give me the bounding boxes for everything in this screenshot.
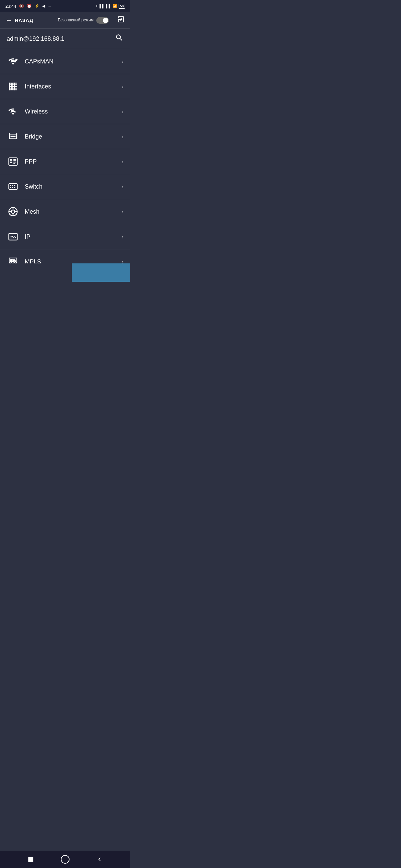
bridge-arrow-icon: › [122,133,124,140]
wireless-icon [7,105,19,118]
dots-icon: ··· [48,4,51,8]
mute-icon: 🔇 [19,4,24,8]
menu-item-mesh[interactable]: Mesh › [0,199,130,224]
exit-button[interactable] [117,16,125,25]
back-arrow-icon: ← [5,17,12,24]
mpls-arrow-icon: › [122,258,124,264]
svg-rect-9 [13,160,17,161]
safe-mode-label: Безопасный режим [58,18,93,23]
menu-list: CAPsMAN › Interfaces › Wireless › [0,49,130,264]
switch-icon [7,180,19,193]
menu-item-bridge[interactable]: Bridge › [0,124,130,149]
svg-text:255: 255 [10,235,16,239]
svg-rect-3 [9,134,10,139]
capsman-label: CAPsMAN [25,58,122,65]
status-right-icons: ✦ ▌▌ ▌▌ 📶 58 [95,4,125,9]
switch-label: Switch [25,183,122,190]
svg-rect-2 [14,83,16,90]
capsman-arrow-icon: › [122,58,124,65]
safe-mode-container: Безопасный режим [58,17,109,24]
menu-item-capsman[interactable]: CAPsMAN › [0,49,130,74]
menu-item-ip[interactable]: 255 IP › [0,224,130,249]
signal2-icon: ▌▌ [106,4,111,8]
ip-arrow-icon: › [122,234,124,240]
status-time: 23:44 🔇 ⏰ ⚡ ◀ ··· [5,4,51,9]
bridge-icon [7,130,19,143]
nav-icon: ◀ [42,4,45,8]
safe-mode-toggle[interactable] [96,17,109,24]
mesh-icon [7,205,19,218]
svg-rect-0 [9,83,10,90]
search-button[interactable] [115,33,124,44]
ppp-label: PPP [25,158,122,165]
switch-arrow-icon: › [122,183,124,190]
svg-rect-14 [12,185,13,186]
interfaces-arrow-icon: › [122,83,124,90]
wifi-status-icon: 📶 [113,4,117,8]
ppp-arrow-icon: › [122,158,124,165]
svg-rect-7 [10,162,12,163]
svg-rect-12 [9,184,18,190]
menu-item-mpls[interactable]: MPLS › [0,249,130,264]
wireless-arrow-icon: › [122,108,124,115]
svg-rect-15 [14,185,16,186]
interfaces-label: Interfaces [25,83,122,90]
menu-item-interfaces[interactable]: Interfaces › [0,74,130,99]
menu-item-wireless[interactable]: Wireless › [0,99,130,124]
svg-rect-16 [10,187,11,188]
header: ← НАЗАД Безопасный режим [0,12,130,29]
interfaces-icon [7,80,19,93]
bluetooth-icon: ✦ [95,4,98,8]
bolt-icon: ⚡ [34,4,39,8]
menu-item-switch[interactable]: Switch › [0,174,130,199]
svg-rect-8 [13,159,17,160]
mpls-label: MPLS [25,258,122,264]
mesh-label: Mesh [25,208,122,215]
user-address: admin@192.168.88.1 [7,35,64,42]
back-button[interactable]: ← НАЗАД [5,17,33,24]
ip-label: IP [25,234,122,240]
capsman-icon [7,55,19,68]
svg-rect-4 [16,134,17,139]
wireless-label: Wireless [25,108,122,115]
svg-point-20 [11,210,15,213]
ppp-icon [7,155,19,168]
search-bar: admin@192.168.88.1 [0,29,130,49]
bridge-label: Bridge [25,133,122,140]
status-bar: 23:44 🔇 ⏰ ⚡ ◀ ··· ✦ ▌▌ ▌▌ 📶 58 [0,0,130,12]
signal1-icon: ▌▌ [99,4,105,8]
svg-rect-17 [12,187,13,188]
svg-rect-6 [10,159,12,161]
svg-rect-13 [10,185,11,186]
mpls-icon [7,255,19,264]
svg-rect-18 [14,187,16,188]
svg-rect-11 [13,163,15,164]
alarm-icon: ⏰ [27,4,32,8]
menu-item-ppp[interactable]: PPP › [0,149,130,174]
mesh-arrow-icon: › [122,208,124,215]
svg-rect-10 [13,162,17,163]
ip-icon: 255 [7,230,19,243]
back-label: НАЗАД [15,18,33,23]
battery-icon: 58 [119,4,125,9]
svg-rect-1 [11,83,13,90]
